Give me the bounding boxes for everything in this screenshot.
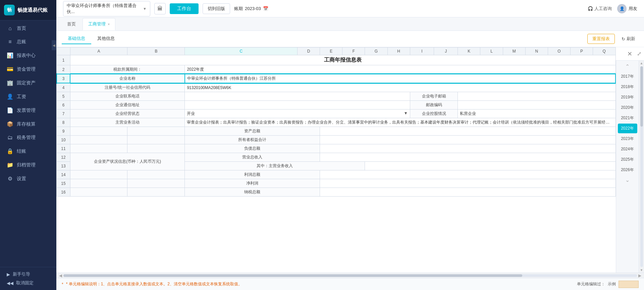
empty-11a (70, 144, 127, 153)
empty-10a (70, 136, 127, 144)
sidebar-item-closing[interactable]: 🔒 结账 (0, 144, 56, 158)
building-icon: 🏛 (157, 6, 163, 12)
col-c: C (185, 48, 298, 55)
col-d: D (298, 48, 320, 55)
h-scrollbar[interactable]: ◀ ▶ (56, 273, 644, 278)
postal-value[interactable] (458, 101, 615, 110)
sidebar-item-reports[interactable]: 📊 报表中心 (0, 49, 56, 62)
company-name-value[interactable]: 中审众环会计师事务所（特殊普通合伙）江苏分所 (185, 74, 615, 83)
year-up-arrow[interactable]: ⌃ (624, 62, 631, 71)
main-revenue-label: 其中：主营业务收入 (185, 162, 365, 170)
refresh-button[interactable]: ↻ 刷新 (618, 34, 639, 44)
service-button[interactable]: 🎧 人工咨询 (588, 6, 612, 12)
archive-icon: 📁 (7, 162, 13, 168)
year-2026[interactable]: 2026年 (618, 165, 637, 175)
refresh-icon: ↻ (622, 37, 625, 42)
old-version-button[interactable]: 切到旧版 (203, 3, 230, 14)
new-guide-btn[interactable]: ▶ 新手引导 (7, 271, 50, 277)
row-num-14: 14 (57, 170, 70, 179)
sidebar-item-home-label: 首页 (17, 25, 26, 31)
col-a: A (70, 48, 127, 55)
col-j: J (434, 48, 458, 55)
year-2025[interactable]: 2025年 (618, 155, 637, 164)
headset-icon: 🎧 (588, 6, 593, 11)
year-2022[interactable]: 2022年 (618, 124, 637, 133)
reg-code-value[interactable]: 91320100MA208E5W6K (185, 83, 615, 92)
table-row: 9 资产总额 (57, 127, 615, 136)
equity-value[interactable] (320, 136, 615, 144)
profit-value[interactable] (320, 170, 615, 179)
scroll-left-icon[interactable]: ◀ (58, 273, 63, 278)
sidebar-item-hr[interactable]: 👤 工资 (0, 90, 56, 103)
row-num-4: 4 (57, 83, 70, 92)
topbar: 中审众环会计师事务所（特殊普通合伙... ▼ 🏛 工作台 切到旧版 账期 202… (56, 0, 644, 17)
sidebar-item-tax[interactable]: 🗂 税务管理 (0, 131, 56, 144)
sidebar-item-tax-label: 税务管理 (17, 135, 36, 141)
net-profit-label: 净利润 (185, 179, 320, 188)
col-q: Q (593, 48, 615, 55)
col-p: P (570, 48, 593, 55)
year-down-arrow[interactable]: ⌄ (624, 175, 631, 185)
table-container[interactable]: A B C D E F G H I J K L (56, 47, 616, 273)
workbench-button[interactable]: 工作台 (170, 3, 199, 14)
tax-total-value[interactable] (320, 188, 615, 197)
col-k: K (458, 48, 480, 55)
profit-label: 利润总额 (185, 170, 320, 179)
win-controls: ✕ ⤢ (616, 47, 644, 61)
v-scrollbar[interactable]: ▲ ▼ (639, 61, 644, 273)
tax-icon: 🗂 (7, 135, 13, 141)
sidebar-item-home[interactable]: ⌂ 首页 (0, 22, 56, 35)
table-row: 12 企业资产状况信息(币种：人民币万元) 营业总收入 (57, 153, 615, 162)
guide-icon: ▶ (7, 272, 10, 277)
year-2017[interactable]: 2017年 (618, 72, 637, 81)
year-2018[interactable]: 2018年 (618, 82, 637, 92)
tab-basic-info[interactable]: 基础信息 (62, 33, 91, 44)
expand-icon[interactable]: ⤢ (637, 51, 641, 57)
main-biz-value[interactable]: 审查企业会计报表；出具审计报告；验证企业资本；出具验资报告；办理企业合并、分立、… (185, 118, 615, 127)
stock-value[interactable]: 私营企业 (458, 110, 615, 118)
sidebar-item-invoice[interactable]: 📄 发票管理 (0, 103, 56, 117)
year-2024[interactable]: 2024年 (618, 144, 637, 154)
main-revenue-value[interactable] (365, 162, 615, 170)
sidebar-item-inventory[interactable]: 📦 库存核算 (0, 117, 56, 131)
year-2020[interactable]: 2020年 (618, 103, 637, 113)
row-num-15: 15 (57, 179, 70, 188)
company-settings-btn[interactable]: 🏛 (154, 3, 166, 14)
debt-value[interactable] (320, 144, 615, 153)
sidebar-item-assets[interactable]: 🏢 固定资产 (0, 76, 56, 90)
period-value-cell[interactable]: 2022年度 (185, 65, 615, 74)
company-selector[interactable]: 中审众环会计师事务所（特殊普通合伙... ▼ (63, 1, 150, 16)
total-assets-value[interactable] (320, 127, 615, 136)
biz-status-value[interactable]: 开业 ▼ (185, 110, 410, 118)
email-value[interactable] (458, 92, 615, 101)
address-value[interactable] (185, 101, 410, 110)
year-2021[interactable]: 2021年 (618, 113, 637, 123)
reset-button[interactable]: 重置报表 (587, 34, 615, 44)
net-profit-value[interactable] (320, 179, 615, 188)
year-2019[interactable]: 2019年 (618, 92, 637, 102)
empty-16a (70, 188, 127, 197)
assets-info-label: 企业资产状况信息(币种：人民币万元) (70, 153, 185, 170)
revenue-value[interactable] (320, 153, 615, 162)
tab-other-info[interactable]: 其他信息 (91, 33, 121, 44)
sidebar-item-archive[interactable]: 📁 归档管理 (0, 158, 56, 172)
sheet-wrapper: A B C D E F G H I J K L (56, 47, 644, 290)
phone-value[interactable] (185, 92, 410, 101)
edit-hint-star: * (62, 282, 63, 287)
year-2023[interactable]: 2023年 (618, 134, 637, 144)
sidebar-item-ledger[interactable]: ≡ 总账 (0, 35, 56, 49)
close-win-icon[interactable]: ✕ (627, 50, 632, 58)
sidebar-item-assets-label: 固定资产 (17, 80, 36, 86)
table-row: 1 工商年报信息表 (57, 55, 615, 65)
sidebar-item-settings[interactable]: ⚙ 设置 (0, 172, 56, 186)
tab-home[interactable]: 首页 (62, 18, 81, 30)
scroll-right-icon[interactable]: ▶ (637, 273, 643, 278)
total-assets-label: 资产总额 (185, 127, 320, 136)
calendar-icon[interactable]: 📅 (263, 6, 268, 11)
user-label: 用友 (629, 6, 637, 12)
sidebar-item-finance[interactable]: 💳 资金管理 (0, 62, 56, 76)
close-icon[interactable]: × (108, 22, 110, 26)
hr-icon: 👤 (7, 93, 13, 100)
unpin-btn[interactable]: ◀◀ 取消固定 (7, 280, 50, 286)
tab-gongshang[interactable]: 工商管理 × (83, 18, 115, 30)
